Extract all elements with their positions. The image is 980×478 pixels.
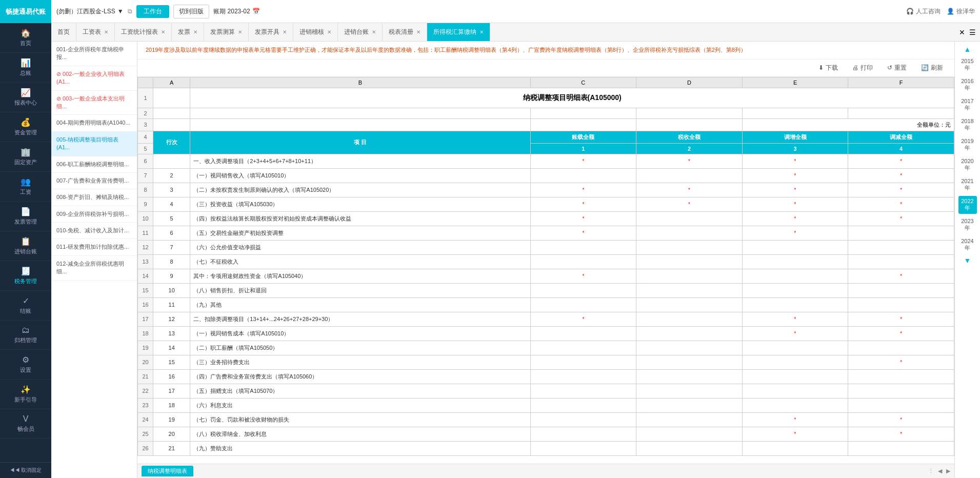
cell-r4-c3[interactable]: * — [742, 197, 848, 211]
cell-r12-c1[interactable]: * — [530, 312, 636, 326]
table-row-18[interactable]: 23 18 （六）利息支出 — [138, 398, 954, 412]
cell-r17-c1[interactable] — [530, 384, 636, 398]
cell-r6-c1[interactable]: * — [530, 226, 636, 240]
year-scroll-up[interactable]: ▲ — [963, 44, 973, 55]
table-row-10[interactable]: 15 10 （八）销售折扣、折让和退回 — [138, 283, 954, 297]
year-btn-2016年[interactable]: 2016年 — [958, 76, 977, 94]
cell-r16-c3[interactable] — [742, 369, 848, 384]
table-row-17[interactable]: 22 17 （五）捐赠支出（填写A105070） — [138, 384, 954, 398]
cell-r18-c2[interactable] — [636, 398, 743, 412]
sidebar-item-invoice-mgmt[interactable]: 📄发票管理 — [0, 202, 51, 231]
tab-close-4[interactable]: ✕ — [238, 29, 242, 35]
cell-r5-c4[interactable]: * — [848, 211, 954, 226]
table-row-14[interactable]: 19 14 （二）职工薪酬（填写A105050） — [138, 341, 954, 355]
table-row-1[interactable]: 6 一、收入类调整项目（2+3+4+5+6+7+8+10+11） **** — [138, 154, 954, 168]
table-row-9[interactable]: 14 9 其中：专项用途财政性资金（填写A105040） ** — [138, 269, 954, 283]
cell-r9-c3[interactable] — [742, 269, 848, 283]
cell-r15-c4[interactable]: * — [848, 355, 954, 369]
sidebar-item-sales-ledger[interactable]: 📋进销台账 — [0, 231, 51, 261]
cell-r13-c2[interactable] — [636, 326, 743, 341]
cell-r16-c2[interactable] — [636, 369, 743, 384]
table-row-13[interactable]: 18 13 （一）视同销售成本（填写A105010） ** — [138, 326, 954, 341]
doc-item-012[interactable]: 012-减免企业所得税优惠明细... — [51, 256, 137, 281]
tab-close-1[interactable]: ✕ — [104, 29, 108, 35]
cell-r12-c3[interactable]: * — [742, 312, 848, 326]
cell-r12-c2[interactable] — [636, 312, 743, 326]
cell-r21-c3[interactable] — [742, 441, 848, 455]
cell-r14-c1[interactable] — [530, 341, 636, 355]
cell-r1-c4[interactable]: * — [848, 154, 954, 168]
tab-close-3[interactable]: ✕ — [193, 29, 197, 35]
cell-r20-c3[interactable]: * — [742, 427, 848, 441]
cell-r4-c4[interactable]: * — [848, 197, 954, 211]
cell-r16-c1[interactable] — [530, 369, 636, 384]
doc-item-009[interactable]: 009-企业所得税弥补亏损明... — [51, 206, 137, 223]
tab-4[interactable]: 发票测算✕ — [204, 23, 249, 42]
tab-1[interactable]: 工资表✕ — [76, 23, 115, 42]
cell-r3-c2[interactable]: * — [636, 183, 743, 197]
cell-r6-c2[interactable] — [636, 226, 743, 240]
cell-r10-c1[interactable] — [530, 283, 636, 297]
cell-r10-c2[interactable] — [636, 283, 743, 297]
cell-r13-c3[interactable]: * — [742, 326, 848, 341]
year-btn-2023年[interactable]: 2023年 — [958, 216, 977, 234]
copy-icon[interactable]: ⧉ — [128, 8, 132, 15]
cell-r2-c1[interactable] — [530, 168, 636, 183]
doc-item-006[interactable]: 006-职工薪酬纳税调整明细... — [51, 156, 137, 173]
cell-r4-c2[interactable]: * — [636, 197, 743, 211]
cell-r2-c2[interactable] — [636, 168, 743, 183]
table-row-12[interactable]: 17 12 二、扣除类调整项目（13+14+...24+26+27+28+29+… — [138, 312, 954, 326]
year-btn-2024年[interactable]: 2024年 — [958, 236, 977, 254]
sidebar-item-archive[interactable]: 🗂归档管理 — [0, 321, 51, 350]
year-btn-2020年[interactable]: 2020年 — [958, 156, 977, 174]
cell-r6-c3[interactable]: * — [742, 226, 848, 240]
cell-r3-c1[interactable]: * — [530, 183, 636, 197]
table-row-16[interactable]: 21 16 （四）广告费和业务宣传费支出（填写A105060） — [138, 369, 954, 384]
cell-r7-c2[interactable] — [636, 240, 743, 254]
refresh-button[interactable]: 🔄 刷新 — [918, 63, 946, 73]
cell-r5-c3[interactable]: * — [742, 211, 848, 226]
table-row-3[interactable]: 8 3 （二）未按权责发生制原则确认的收入（填写A105020） **** — [138, 183, 954, 197]
table-row-4[interactable]: 9 4 （三）投资收益（填写A105030） **** — [138, 197, 954, 211]
cell-r7-c1[interactable] — [530, 240, 636, 254]
cell-r5-c2[interactable] — [636, 211, 743, 226]
doc-item-008[interactable]: 008-资产折旧、摊销及纳税... — [51, 189, 137, 206]
table-row-5[interactable]: 10 5 （四）按权益法核算长期股权投资对初始投资成本调整确认收益 *** — [138, 211, 954, 226]
old-version-button[interactable]: 切到旧版 — [173, 5, 209, 18]
tab-close-7[interactable]: ✕ — [372, 29, 376, 35]
sidebar-item-settings[interactable]: ⚙设置 — [0, 350, 51, 380]
cell-r14-c3[interactable] — [742, 341, 848, 355]
cell-r8-c2[interactable] — [636, 254, 743, 269]
sidebar-item-general-ledger[interactable]: 📊总账 — [0, 53, 51, 83]
cell-r16-c4[interactable] — [848, 369, 954, 384]
tab-0[interactable]: 首页 — [51, 23, 76, 42]
cell-r1-c2[interactable]: * — [636, 154, 743, 168]
doc-item-010[interactable]: 010-免税、减计收入及加计... — [51, 223, 137, 239]
tab-5[interactable]: 发票开具✕ — [249, 23, 293, 42]
cell-r15-c2[interactable] — [636, 355, 743, 369]
sidebar-item-home[interactable]: 🏠首页 — [0, 23, 51, 53]
cell-r7-c4[interactable] — [848, 240, 954, 254]
doc-item-011[interactable]: 011-研发费用加计扣除优惠... — [51, 239, 137, 255]
doc-item-007[interactable]: 007-广告费和业务宣传费明... — [51, 173, 137, 189]
cell-r11-c4[interactable] — [848, 297, 954, 312]
close-tab-icon[interactable]: ✕ — [959, 28, 965, 36]
doc-item-003[interactable]: ⊘ 003-一般企业成本支出明细... — [51, 91, 137, 115]
table-area[interactable]: A B C D E F 1 纳税调整项目明细表(A105000) 23全额单位：… — [137, 77, 954, 464]
consult-button[interactable]: 🎧 人工咨询 — [906, 7, 941, 16]
table-row-15[interactable]: 20 15 （三）业务招待费支出 * — [138, 355, 954, 369]
tab-7[interactable]: 进销台账✕ — [338, 23, 383, 42]
download-button[interactable]: ⬇ 下载 — [815, 63, 841, 73]
cell-r15-c1[interactable] — [530, 355, 636, 369]
cell-r10-c3[interactable] — [742, 283, 848, 297]
year-btn-2019年[interactable]: 2019年 — [958, 136, 977, 154]
cell-r8-c1[interactable] — [530, 254, 636, 269]
year-btn-2022年[interactable]: 2022年 — [958, 196, 977, 214]
tab-close-9[interactable]: ✕ — [479, 29, 484, 35]
cell-r11-c1[interactable] — [530, 297, 636, 312]
reset-button[interactable]: ↺ 重置 — [884, 63, 910, 73]
sidebar-item-new-guide[interactable]: ✨新手引导 — [0, 380, 51, 409]
cell-r18-c4[interactable] — [848, 398, 954, 412]
year-btn-2015年[interactable]: 2015年 — [958, 56, 977, 74]
calendar-icon[interactable]: 📅 — [252, 8, 260, 15]
